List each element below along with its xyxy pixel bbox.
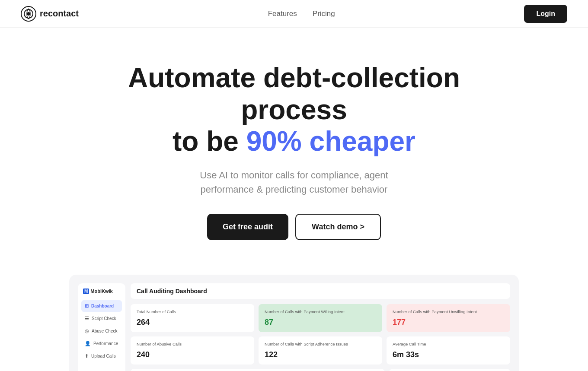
stat-abusive-calls: Number of Abusive Calls 240 <box>131 336 254 365</box>
stat-abusive-label: Number of Abusive Calls <box>137 342 248 347</box>
stat-unwilling-label: Number of Calls with Payment Unwilling I… <box>393 309 504 314</box>
upload-icon: ⬆ <box>85 353 89 359</box>
stat-script-value: 122 <box>265 350 376 359</box>
stat-total-calls: Total Number of Calls 264 <box>131 304 254 332</box>
stat-script-issues: Number of Calls with Script Adherence Is… <box>259 336 382 365</box>
svg-point-2 <box>27 12 30 16</box>
stat-abusive-value: 240 <box>137 350 248 359</box>
sidebar-item-performance[interactable]: 👤 Performance <box>81 338 122 349</box>
hero-subtitle-line2: performance & predicting customer behavi… <box>201 184 388 195</box>
get-free-audit-button[interactable]: Get free audit <box>207 214 288 240</box>
stat-total-calls-label: Total Number of Calls <box>137 309 248 314</box>
hero-buttons: Get free audit Watch demo > <box>9 214 579 240</box>
logo-icon <box>21 6 36 22</box>
sidebar-label-dashboard: Dashboard <box>91 304 114 308</box>
hero-title-line2-prefix: to be <box>173 126 246 157</box>
stat-unwilling-intent: Number of Calls with Payment Unwilling I… <box>387 304 510 332</box>
dashboard-icon: ⊞ <box>85 303 89 309</box>
sidebar-item-script-check[interactable]: ☰ Script Check <box>81 313 122 324</box>
logo-area: recontact <box>21 6 79 22</box>
sidebar-label-script-check: Script Check <box>92 316 116 321</box>
stats-row-2: Number of Abusive Calls 240 Number of Ca… <box>131 336 510 365</box>
sidebar-label-upload-calls: Upload Calls <box>91 354 116 358</box>
hero-title-highlight: 90% cheaper <box>246 126 415 157</box>
sidebar-label-abuse-check: Abuse Check <box>92 329 117 333</box>
stat-avg-call-time: Average Call Time 6m 33s <box>387 336 510 365</box>
stat-total-calls-value: 264 <box>137 318 248 327</box>
sidebar-item-upload-calls[interactable]: ⬆ Upload Calls <box>81 350 122 362</box>
mobikwik-logo: M MobiKwik <box>83 289 113 294</box>
bottom-row: Agent Prakash's Performance Chart 10 Top… <box>131 369 510 371</box>
stat-willing-label: Number of Calls with Payment Willing Int… <box>265 309 376 314</box>
stat-avg-call-value: 6m 33s <box>393 350 504 359</box>
sidebar-label-performance: Performance <box>93 341 118 346</box>
hero-subtitle-line1: Use AI to monitor calls for compliance, … <box>200 170 388 181</box>
script-check-icon: ☰ <box>85 316 89 321</box>
hero-title: Automate debt-collection process to be 9… <box>99 62 489 158</box>
login-button[interactable]: Login <box>524 5 567 23</box>
performance-icon: 👤 <box>85 341 91 346</box>
stat-avg-call-label: Average Call Time <box>393 342 504 347</box>
brand-logo: M MobiKwik <box>81 289 122 294</box>
hero-title-line1: Automate debt-collection process <box>128 62 460 125</box>
abuse-check-icon: ◎ <box>85 328 89 334</box>
agents-table-card: Top 5 Best Performing Agents Agent Name … <box>389 369 510 371</box>
stat-script-label: Number of Calls with Script Adherence Is… <box>265 342 376 347</box>
dashboard-preview: M MobiKwik ⊞ Dashboard ☰ Script Check ◎ … <box>69 275 519 371</box>
dashboard-main: Call Auditing Dashboard Total Number of … <box>131 283 510 371</box>
hero-section: Automate debt-collection process to be 9… <box>0 28 588 257</box>
header: recontact Features Pricing Login <box>0 0 588 28</box>
logo-text: recontact <box>40 9 79 19</box>
stat-willing-value: 87 <box>265 318 376 327</box>
nav: Features Pricing <box>268 10 335 18</box>
nav-features[interactable]: Features <box>268 10 297 18</box>
sidebar-item-abuse-check[interactable]: ◎ Abuse Check <box>81 325 122 337</box>
nav-pricing[interactable]: Pricing <box>313 10 335 18</box>
brand-name: MobiKwik <box>90 289 112 294</box>
performance-chart-card: Agent Prakash's Performance Chart 10 <box>131 369 385 371</box>
mk-badge: M <box>83 289 89 294</box>
hero-subtitle: Use AI to monitor calls for compliance, … <box>160 168 428 197</box>
watch-demo-button[interactable]: Watch demo > <box>295 214 381 240</box>
dashboard-sidebar: M MobiKwik ⊞ Dashboard ☰ Script Check ◎ … <box>78 283 125 371</box>
stat-willing-intent: Number of Calls with Payment Willing Int… <box>259 304 382 332</box>
stat-unwilling-value: 177 <box>393 318 504 327</box>
sidebar-item-dashboard[interactable]: ⊞ Dashboard <box>81 300 122 312</box>
stats-row-1: Total Number of Calls 264 Number of Call… <box>131 304 510 332</box>
dashboard-title: Call Auditing Dashboard <box>131 283 510 299</box>
